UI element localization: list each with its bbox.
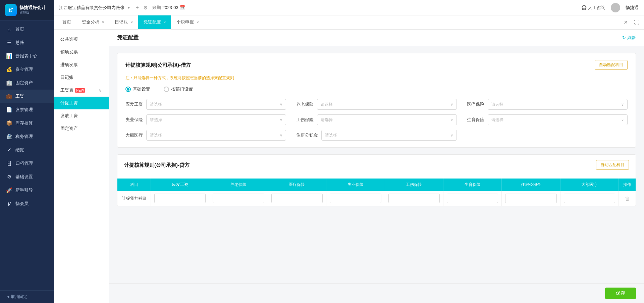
tab-journal-close[interactable]: ×	[130, 20, 132, 24]
sidebar-item-salary[interactable]: 💼 工资	[0, 90, 54, 103]
tab-voucher-close[interactable]: ×	[164, 20, 166, 24]
input-gongshang[interactable]	[388, 194, 440, 203]
sidebar-item-invoice[interactable]: 📄 发票管理	[0, 103, 54, 116]
sidebar-label-assets: 固定资产	[15, 80, 33, 86]
td-shengyu[interactable]	[443, 191, 502, 206]
secondary-nav: 公共选项 销项发票 进项发票 日记账 工资表 NEW ∨ 计提工资 发放工资	[54, 30, 109, 303]
tab-home-label: 首页	[62, 19, 71, 25]
sidebar-nav: ⌂ 首页 ☰ 总账 📊 云报表中心 💰 资金管理 🏢 固定资产 💼 工资 📄 发…	[0, 20, 54, 290]
input-yanglao[interactable]	[213, 194, 264, 203]
service-button[interactable]: 🎧 人工咨询	[581, 5, 605, 11]
input-yingfa[interactable]	[154, 194, 206, 203]
sidebar-toggle[interactable]: ◄ 取消固定	[0, 290, 54, 303]
radio-basic[interactable]: 基础设置	[125, 86, 150, 92]
select-shiye[interactable]: 请选择 ∨	[146, 114, 286, 125]
sidebar-item-home[interactable]: ⌂ 首页	[0, 22, 54, 36]
company-dropdown-icon[interactable]: ▾	[128, 5, 130, 10]
section1-note: 注：只能选择一种方式，系统将按照您当前的选择来配置规则	[125, 75, 628, 81]
select-gongjijin[interactable]: 请选择 ∨	[321, 130, 457, 141]
sidebar-toggle-label: ◄ 取消固定	[6, 294, 27, 300]
input-shiye[interactable]	[330, 194, 381, 203]
td-gongjijin[interactable]	[502, 191, 560, 206]
select-yingfa[interactable]: 请选择 ∨	[146, 99, 286, 110]
delete-row-icon[interactable]: 🗑	[625, 196, 630, 201]
select-yanglao-arrow: ∨	[450, 102, 453, 107]
sidebar-item-reports[interactable]: 📊 云报表中心	[0, 49, 54, 63]
sec-nav-accrual[interactable]: 计提工资	[54, 97, 109, 109]
td-yingfa[interactable]	[151, 191, 209, 206]
close-tab-icon[interactable]: ✕	[622, 18, 629, 27]
content-area: 公共选项 销项发票 进项发票 日记账 工资表 NEW ∨ 计提工资 发放工资	[54, 30, 644, 303]
sec-nav-fixed-assets[interactable]: 固定资产	[54, 122, 109, 135]
table-row: 计提贷方科目	[117, 191, 636, 206]
tabbar-actions: ✕ ⛶	[622, 15, 641, 29]
sidebar-item-guide[interactable]: 🚀 新手引导	[0, 184, 54, 197]
sidebar-item-funds[interactable]: 💰 资金管理	[0, 63, 54, 76]
sec-nav-payroll[interactable]: 发放工资	[54, 109, 109, 122]
auto-match-credit-button[interactable]: 自动匹配科目	[596, 160, 629, 170]
select-yiliao[interactable]: 请选择 ∨	[488, 99, 628, 110]
sidebar-item-archive[interactable]: 🗄 归档管理	[0, 157, 54, 170]
sidebar-item-tax[interactable]: 🏦 税务管理	[0, 130, 54, 143]
sidebar-item-closing[interactable]: ✔ 结账	[0, 143, 54, 157]
sec-nav-salary-table[interactable]: 工资表 NEW ∨	[54, 84, 109, 97]
sidebar-label-guide: 新手引导	[15, 187, 33, 193]
select-yiliao-placeholder: 请选择	[491, 102, 503, 107]
sec-nav-sales[interactable]: 销项发票	[54, 46, 109, 58]
sidebar: 好 畅捷通好会计 旗舰版 ⌂ 首页 ☰ 总账 📊 云报表中心 💰 资金管理 🏢 …	[0, 0, 54, 303]
select-shiye-placeholder: 请选择	[150, 117, 162, 123]
app-name: 畅捷通好会计	[19, 5, 46, 11]
td-shiye[interactable]	[326, 191, 385, 206]
sec-nav-purchase[interactable]: 进项发票	[54, 58, 109, 71]
field-yanglao: 养老保险 请选择 ∨	[296, 99, 457, 110]
save-bar: 保存	[109, 283, 644, 303]
sidebar-label-settings: 基础设置	[15, 174, 33, 180]
input-yiliao[interactable]	[271, 194, 323, 203]
tab-home[interactable]: 首页	[57, 15, 76, 29]
sidebar-item-member[interactable]: V 畅会员	[0, 197, 54, 210]
td-gongshang[interactable]	[385, 191, 443, 206]
sec-nav-public[interactable]: 公共选项	[54, 33, 109, 46]
topbar: 江西服宝精品有限责任公司内账张 ▾ ＋ ⚙ 账期 2023-03 📅 🎧 人工咨…	[54, 0, 644, 15]
tab-tax[interactable]: 个税申报 ×	[171, 15, 204, 29]
sec-nav-sales-label: 销项发票	[60, 49, 78, 55]
sec-nav-salary-table-label: 工资表	[60, 87, 73, 93]
tab-funds[interactable]: 资金分析 ×	[76, 15, 109, 29]
settings-gear-icon[interactable]: ⚙	[143, 5, 148, 11]
select-yanglao[interactable]: 请选择 ∨	[317, 99, 457, 110]
tab-journal[interactable]: 日记账 ×	[109, 15, 138, 29]
sidebar-item-settings[interactable]: ⚙ 基础设置	[0, 170, 54, 184]
select-daeyiliao-arrow: ∨	[280, 133, 282, 138]
calendar-icon[interactable]: 📅	[180, 5, 185, 10]
tab-funds-close[interactable]: ×	[102, 20, 104, 24]
td-yanglao[interactable]	[209, 191, 268, 206]
input-daeyiliao[interactable]	[564, 194, 615, 203]
sec-nav-journal[interactable]: 日记账	[54, 71, 109, 84]
input-shengyu[interactable]	[447, 194, 498, 203]
sidebar-item-ledger[interactable]: ☰ 总账	[0, 36, 54, 49]
sec-nav-payroll-label: 发放工资	[60, 113, 78, 119]
auto-match-debit-button[interactable]: 自动匹配科目	[595, 60, 628, 70]
add-company-icon[interactable]: ＋	[135, 4, 140, 11]
tab-voucher[interactable]: 凭证配置 ×	[138, 15, 171, 29]
sec-nav-accrual-label: 计提工资	[60, 100, 78, 106]
credit-table: 科目 应发工资 养老保险 医疗保险 失业保险 工伤保险 生育保险 住房公积金 大…	[117, 179, 636, 206]
expand-icon: ∨	[99, 88, 102, 93]
period-value[interactable]: 2023-03	[162, 5, 178, 10]
sidebar-item-inventory[interactable]: 📦 库存核算	[0, 116, 54, 130]
select-shengyu[interactable]: 请选择 ∨	[488, 114, 628, 125]
tab-tax-close[interactable]: ×	[197, 20, 199, 24]
td-daeyiliao[interactable]	[560, 191, 619, 206]
input-gongjijin[interactable]	[505, 194, 556, 203]
refresh-button[interactable]: ↻ 刷新	[622, 35, 636, 41]
save-button[interactable]: 保存	[605, 288, 636, 299]
select-daeyiliao[interactable]: 请选择 ∨	[146, 130, 286, 141]
td-action[interactable]: 🗑	[619, 191, 636, 206]
radio-dept[interactable]: 按部门设置	[164, 86, 193, 92]
select-gongshang[interactable]: 请选择 ∨	[317, 114, 457, 125]
sidebar-item-assets[interactable]: 🏢 固定资产	[0, 76, 54, 90]
maximize-icon[interactable]: ⛶	[633, 18, 641, 27]
td-yiliao[interactable]	[268, 191, 326, 206]
label-gongshang: 工伤保险	[296, 117, 314, 123]
home-icon: ⌂	[6, 27, 12, 32]
